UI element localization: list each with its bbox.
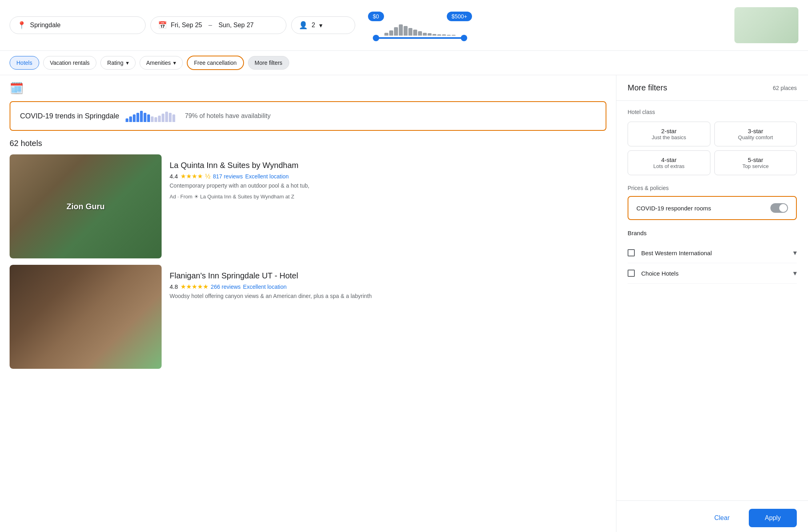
left-panel: 🗓️ COVID-19 trends in Springdale 79% of … — [0, 75, 616, 532]
main-content: 🗓️ COVID-19 trends in Springdale 79% of … — [0, 75, 808, 532]
price-thumb-left[interactable] — [373, 35, 379, 41]
brand-checkbox-choice-hotels[interactable] — [628, 270, 635, 277]
hotel-class-5star-desc: Top service — [721, 163, 790, 169]
hotel-class-2star[interactable]: 2-star Just the basics — [628, 122, 710, 146]
hotel-desc-2: Woodsy hotel offering canyon views & an … — [170, 293, 598, 299]
filter-rating-label: Rating — [107, 60, 123, 66]
brand-item-best-western[interactable]: Best Western International ▾ — [628, 243, 797, 263]
brand-expand-best-western-icon[interactable]: ▾ — [793, 248, 797, 257]
right-panel-body: Hotel class 2-star Just the basics 3-sta… — [616, 101, 808, 500]
right-panel-footer: Clear Apply — [616, 500, 808, 532]
covid-responder-toggle[interactable] — [770, 203, 788, 213]
price-min-badge[interactable]: $0 — [368, 12, 384, 21]
map-emoji-icon: 🗓️ — [10, 82, 24, 95]
map-image — [734, 7, 798, 43]
places-count: 62 places — [773, 85, 797, 91]
price-histogram — [384, 24, 456, 36]
covid-chart — [126, 110, 175, 122]
dates-field[interactable]: 📅 Fri, Sep 25 – Sun, Sep 27 — [150, 16, 286, 34]
guests-field[interactable]: 👤 2 ▾ — [291, 16, 355, 34]
hotel-name-1: La Quinta Inn & Suites by Wyndham — [170, 161, 598, 170]
price-slider-track[interactable] — [376, 37, 464, 39]
search-bar: 📍 Springdale 📅 Fri, Sep 25 – Sun, Sep 27… — [0, 0, 808, 51]
price-max-badge[interactable]: $500+ — [447, 12, 472, 21]
price-slider-fill — [376, 37, 464, 39]
brand-expand-choice-hotels-icon[interactable]: ▾ — [793, 269, 797, 278]
rating-number-2: 4.8 — [170, 283, 178, 290]
filter-amenities[interactable]: Amenities ▾ — [140, 56, 183, 70]
right-panel-title: More filters — [628, 83, 667, 92]
toggle-knob — [779, 204, 787, 212]
hotel-class-5star[interactable]: 5-star Top service — [714, 150, 797, 175]
location-label-2: Excellent location — [243, 284, 287, 290]
hotel-class-2star-desc: Just the basics — [634, 134, 704, 140]
tab-hotels-label: Hotels — [16, 60, 32, 66]
filter-free-cancellation-label: Free cancellation — [194, 60, 237, 66]
hotel-class-3star-name: 3-star — [721, 128, 790, 134]
location-field[interactable]: 📍 Springdale — [10, 16, 146, 34]
hotel-ad-1: Ad · From ☀ La Quinta Inn & Suites by Wy… — [170, 194, 598, 200]
filter-amenities-label: Amenities — [146, 60, 171, 66]
map-thumbnail[interactable] — [734, 7, 798, 43]
filter-rating-chevron-icon: ▾ — [126, 60, 129, 66]
checkin-date: Fri, Sep 25 — [171, 22, 202, 29]
guests-count: 2 — [312, 22, 315, 29]
map-hint: 🗓️ — [10, 82, 606, 95]
hotel-rating-2: 4.8 ★★★★★ 266 reviews Excellent location — [170, 283, 598, 290]
covid-availability: 79% of hotels have availability — [185, 112, 270, 120]
stars-1: ★★★★ — [180, 172, 203, 180]
hotel-card[interactable]: La Quinta Inn & Suites by Wyndham 4.4 ★★… — [10, 154, 606, 258]
filter-more-filters[interactable]: More filters — [248, 56, 289, 70]
hotel-class-title: Hotel class — [628, 109, 797, 115]
prices-policies-title: Prices & policies — [628, 185, 797, 191]
hotel-class-grid: 2-star Just the basics 3-star Quality co… — [628, 122, 797, 175]
hotel-image-2 — [10, 265, 162, 369]
location-value: Springdale — [30, 22, 61, 29]
covid-banner-text: COVID-19 trends in Springdale — [20, 112, 119, 120]
hotel-info-1: La Quinta Inn & Suites by Wyndham 4.4 ★★… — [162, 154, 606, 258]
hotel-info-2: Flanigan's Inn Springdale UT - Hotel 4.8… — [162, 265, 606, 369]
hotel-class-4star-desc: Lots of extras — [634, 163, 704, 169]
right-panel-header: More filters 62 places — [616, 75, 808, 101]
tab-hotels[interactable]: Hotels — [10, 56, 39, 70]
filter-more-filters-label: More filters — [255, 60, 282, 66]
price-range: $0 $500+ — [368, 12, 472, 39]
brands-title: Brands — [628, 230, 797, 236]
covid-banner[interactable]: COVID-19 trends in Springdale 79% of hot… — [10, 101, 606, 131]
covid-responder-label: COVID-19 responder rooms — [636, 205, 711, 212]
hotel-class-4star[interactable]: 4-star Lots of extras — [628, 150, 710, 175]
hotel-card-2[interactable]: Flanigan's Inn Springdale UT - Hotel 4.8… — [10, 265, 606, 369]
filter-amenities-chevron-icon: ▾ — [173, 60, 176, 66]
tab-vacation-rentals[interactable]: Vacation rentals — [43, 56, 96, 70]
hotels-count: 62 hotels — [10, 139, 606, 148]
clear-button[interactable]: Clear — [702, 509, 742, 527]
hotel-class-5star-name: 5-star — [721, 156, 790, 163]
filter-free-cancellation[interactable]: Free cancellation — [187, 56, 244, 70]
hotel-name-2: Flanigan's Inn Springdale UT - Hotel — [170, 271, 598, 280]
price-labels: $0 $500+ — [368, 12, 472, 21]
tab-vacation-rentals-label: Vacation rentals — [50, 60, 90, 66]
stars-2: ★★★★★ — [180, 283, 208, 290]
review-count-1: 817 reviews — [213, 173, 243, 180]
brand-name-best-western: Best Western International — [641, 250, 793, 256]
right-panel: More filters 62 places Hotel class 2-sta… — [616, 75, 808, 532]
brand-checkbox-best-western[interactable] — [628, 249, 635, 256]
calendar-icon: 📅 — [158, 21, 167, 30]
brand-name-choice-hotels: Choice Hotels — [641, 270, 793, 277]
half-star-1: ½ — [205, 173, 210, 180]
date-divider: – — [206, 22, 214, 29]
price-thumb-right[interactable] — [461, 35, 467, 41]
location-label-1: Excellent location — [245, 173, 289, 180]
hotel-class-3star-desc: Quality comfort — [721, 134, 790, 140]
guests-chevron-icon: ▾ — [319, 22, 322, 29]
hotel-class-4star-name: 4-star — [634, 156, 704, 163]
filter-rating[interactable]: Rating ▾ — [100, 56, 135, 70]
covid-responder[interactable]: COVID-19 responder rooms — [628, 196, 797, 220]
apply-button[interactable]: Apply — [749, 509, 797, 527]
hotel-desc-1: Contemporary property with an outdoor po… — [170, 182, 598, 189]
filter-bar: Hotels Vacation rentals Rating ▾ Ameniti… — [0, 51, 808, 75]
hotel-class-3star[interactable]: 3-star Quality comfort — [714, 122, 797, 146]
review-count-2: 266 reviews — [211, 284, 241, 290]
brand-item-choice-hotels[interactable]: Choice Hotels ▾ — [628, 263, 797, 284]
hotel-image-1 — [10, 154, 162, 258]
